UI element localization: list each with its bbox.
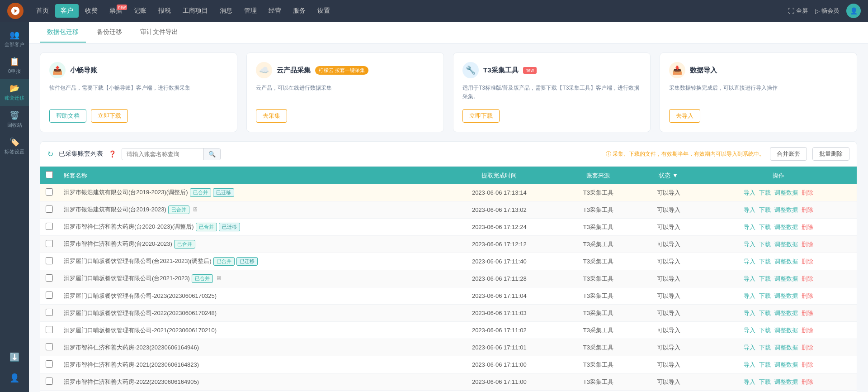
action-link-删除[interactable]: 删除 xyxy=(802,361,813,368)
action-link-删除[interactable]: 删除 xyxy=(802,206,813,213)
xiaochang-icon: 📤 xyxy=(49,62,66,78)
action-link-导入[interactable]: 导入 xyxy=(744,378,755,385)
sidebar-item-zero-declare[interactable]: 📋 0申报 xyxy=(0,52,29,79)
action-link-导入[interactable]: 导入 xyxy=(744,258,755,265)
action-link-删除[interactable]: 删除 xyxy=(802,292,813,299)
action-link-调整数据[interactable]: 调整数据 xyxy=(774,292,798,299)
action-link-导入[interactable]: 导入 xyxy=(744,206,755,213)
nav-item-manage[interactable]: 管理 xyxy=(239,4,262,18)
action-link-删除[interactable]: 删除 xyxy=(802,189,813,196)
action-link-删除[interactable]: 删除 xyxy=(802,310,813,316)
action-link-调整数据[interactable]: 调整数据 xyxy=(774,378,798,385)
action-link-调整数据[interactable]: 调整数据 xyxy=(774,258,798,265)
nav-item-msg[interactable]: 消息 xyxy=(214,4,238,18)
nav-item-bill[interactable]: 票据 new xyxy=(104,4,127,18)
row-checkbox[interactable] xyxy=(46,378,53,385)
nav-item-client[interactable]: 客户 xyxy=(55,4,79,18)
col-status[interactable]: 状态 ▼ xyxy=(637,167,700,184)
action-link-下载[interactable]: 下载 xyxy=(759,344,771,351)
nav-item-service[interactable]: 服务 xyxy=(288,4,311,18)
nav-logo[interactable] xyxy=(7,3,24,19)
action-link-下载[interactable]: 下载 xyxy=(759,189,771,196)
row-checkbox[interactable] xyxy=(46,360,53,368)
row-checkbox[interactable] xyxy=(46,309,53,316)
row-checkbox[interactable] xyxy=(46,292,53,299)
action-link-调整数据[interactable]: 调整数据 xyxy=(774,327,798,334)
action-link-下载[interactable]: 下载 xyxy=(759,241,771,248)
action-link-调整数据[interactable]: 调整数据 xyxy=(774,189,798,196)
t3-download-button[interactable]: 立即下载 xyxy=(462,109,500,123)
action-link-下载[interactable]: 下载 xyxy=(759,310,771,316)
action-link-下载[interactable]: 下载 xyxy=(759,224,771,230)
action-link-下载[interactable]: 下载 xyxy=(759,258,771,265)
row-checkbox[interactable] xyxy=(46,343,53,350)
action-link-导入[interactable]: 导入 xyxy=(744,189,755,196)
sidebar-user-icon[interactable]: 👤 xyxy=(6,369,23,387)
go-collect-button[interactable]: 去采集 xyxy=(256,109,287,123)
nav-item-biz[interactable]: 工商项目 xyxy=(177,4,213,18)
sidebar-item-account-migrate[interactable]: 📂 账套迁移 xyxy=(0,79,29,105)
action-link-调整数据[interactable]: 调整数据 xyxy=(774,206,798,213)
batch-delete-button[interactable]: 批量删除 xyxy=(812,147,849,161)
row-checkbox[interactable] xyxy=(46,240,53,247)
select-all-checkbox[interactable] xyxy=(46,171,53,178)
help-icon[interactable]: ❓ xyxy=(108,150,116,158)
action-link-导入[interactable]: 导入 xyxy=(744,344,755,351)
action-link-调整数据[interactable]: 调整数据 xyxy=(774,310,798,316)
nav-item-settings[interactable]: 设置 xyxy=(312,4,335,18)
action-link-下载[interactable]: 下载 xyxy=(759,275,771,282)
action-link-删除[interactable]: 删除 xyxy=(802,224,813,230)
action-link-删除[interactable]: 删除 xyxy=(802,241,813,248)
action-link-下载[interactable]: 下载 xyxy=(759,292,771,299)
sidebar-item-recycle[interactable]: 🗑️ 回收站 xyxy=(0,106,29,133)
action-link-调整数据[interactable]: 调整数据 xyxy=(774,275,798,282)
merge-accounts-button[interactable]: 合并账套 xyxy=(770,147,807,161)
user-avatar[interactable]: 👤 xyxy=(846,4,861,18)
row-checkbox[interactable] xyxy=(46,223,53,230)
action-link-导入[interactable]: 导入 xyxy=(744,224,755,230)
action-link-导入[interactable]: 导入 xyxy=(744,310,755,316)
action-link-删除[interactable]: 删除 xyxy=(802,275,813,282)
action-link-导入[interactable]: 导入 xyxy=(744,292,755,299)
action-link-删除[interactable]: 删除 xyxy=(802,378,813,385)
member-button[interactable]: ▷ 畅会员 xyxy=(815,7,839,15)
sidebar-download-icon[interactable]: ⬇️ xyxy=(6,349,23,366)
nav-item-fee[interactable]: 收费 xyxy=(80,4,103,18)
row-checkbox[interactable] xyxy=(46,326,53,333)
action-link-删除[interactable]: 删除 xyxy=(802,344,813,351)
row-checkbox[interactable] xyxy=(46,188,53,196)
search-button[interactable]: 🔍 xyxy=(203,148,220,160)
help-doc-button[interactable]: 帮助文档 xyxy=(49,109,86,123)
tab-audit-export[interactable]: 审计文件导出 xyxy=(133,23,185,43)
tab-backup-migration[interactable]: 备份迁移 xyxy=(90,23,129,43)
action-link-导入[interactable]: 导入 xyxy=(744,241,755,248)
action-link-删除[interactable]: 删除 xyxy=(802,327,813,334)
fullscreen-button[interactable]: ⛶ 全屏 xyxy=(788,7,808,15)
action-link-删除[interactable]: 删除 xyxy=(802,258,813,265)
sidebar-item-all-clients[interactable]: 👥 全部客户 xyxy=(0,25,29,52)
search-input[interactable] xyxy=(122,148,203,160)
action-link-调整数据[interactable]: 调整数据 xyxy=(774,361,798,368)
nav-item-account[interactable]: 记账 xyxy=(128,4,152,18)
action-link-下载[interactable]: 下载 xyxy=(759,327,771,334)
sidebar-item-tag-settings[interactable]: 🏷️ 标签设置 xyxy=(0,133,29,159)
action-link-导入[interactable]: 导入 xyxy=(744,275,755,282)
action-link-导入[interactable]: 导入 xyxy=(744,327,755,334)
go-import-button[interactable]: 去导入 xyxy=(669,109,700,123)
action-link-下载[interactable]: 下载 xyxy=(759,206,771,213)
tab-data-migration[interactable]: 数据包迁移 xyxy=(40,23,86,43)
action-link-调整数据[interactable]: 调整数据 xyxy=(774,344,798,351)
action-link-调整数据[interactable]: 调整数据 xyxy=(774,224,798,230)
nav-item-home[interactable]: 首页 xyxy=(31,4,54,18)
download-now-button[interactable]: 立即下载 xyxy=(91,109,128,123)
row-checkbox[interactable] xyxy=(46,206,53,213)
action-link-下载[interactable]: 下载 xyxy=(759,361,771,368)
action-link-下载[interactable]: 下载 xyxy=(759,378,771,385)
refresh-icon[interactable]: ↻ xyxy=(47,150,53,158)
nav-item-operate[interactable]: 经营 xyxy=(263,4,287,18)
row-checkbox[interactable] xyxy=(46,257,53,264)
row-checkbox[interactable] xyxy=(46,274,53,282)
nav-item-tax[interactable]: 报税 xyxy=(153,4,176,18)
action-link-导入[interactable]: 导入 xyxy=(744,361,755,368)
action-link-调整数据[interactable]: 调整数据 xyxy=(774,241,798,248)
